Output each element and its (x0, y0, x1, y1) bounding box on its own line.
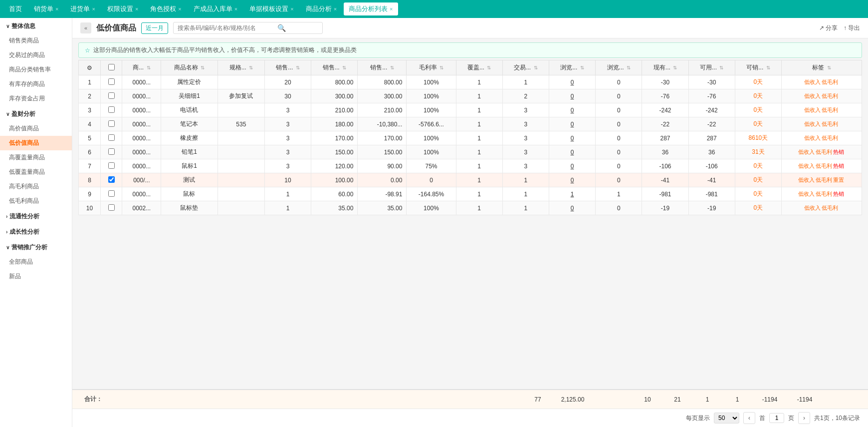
nav-item-角色授权[interactable]: 角色授权× (145, 2, 186, 15)
settings-icon[interactable]: ⚙ (87, 64, 92, 71)
sidebar-item-低毛利商品[interactable]: 低毛利商品 (0, 194, 72, 208)
row-browse1[interactable]: 0 (549, 117, 595, 131)
sidebar-item-有库存的商品[interactable]: 有库存的商品 (0, 77, 72, 91)
close-nav-icon[interactable]: × (390, 6, 393, 12)
col-header-sale_avg[interactable]: 销售... ⇅ (358, 60, 407, 75)
collapse-button[interactable]: « (80, 22, 91, 33)
col-header-spec[interactable]: 规格... ⇅ (217, 60, 264, 75)
row-browse1[interactable]: 0 (549, 103, 595, 117)
page-number-input[interactable] (769, 413, 784, 423)
row-checkbox[interactable] (100, 75, 122, 89)
nav-item-产成品入库单[interactable]: 产成品入库单× (189, 2, 242, 15)
search-input[interactable] (178, 24, 277, 31)
col-header-sellable[interactable]: 可销... ⇅ (735, 60, 781, 75)
sidebar-item-交易过的商品[interactable]: 交易过的商品 (0, 48, 72, 62)
select-all-checkbox[interactable] (108, 64, 115, 70)
nav-item-销货单[interactable]: 销货单× (29, 2, 63, 15)
row-checkbox[interactable] (100, 159, 122, 173)
close-nav-icon[interactable]: × (290, 6, 293, 12)
col-header-trade[interactable]: 交易... ⇅ (502, 60, 549, 75)
col-header-name[interactable]: 商品名称 ⇅ (161, 60, 218, 75)
col-header-checkbox[interactable] (100, 60, 122, 75)
col-header-current_stock[interactable]: 现有... ⇅ (642, 60, 688, 75)
row-browse1[interactable]: 0 (549, 201, 595, 215)
next-page-button[interactable]: › (798, 412, 810, 424)
row-checkbox[interactable] (100, 117, 122, 131)
sidebar-item-库存资金占用[interactable]: 库存资金占用 (0, 91, 72, 106)
nav-item-商品分析[interactable]: 商品分析× (301, 2, 342, 15)
sort-icon[interactable]: ⇅ (719, 65, 723, 70)
row-checkbox[interactable] (100, 131, 122, 145)
col-header-sale_qty[interactable]: 销售... ⇅ (264, 60, 311, 75)
sidebar-item-全部商品[interactable]: 全部商品 (0, 255, 72, 269)
sidebar-item-低覆盖量商品[interactable]: 低覆盖量商品 (0, 165, 72, 179)
row-browse1[interactable]: 0 (549, 131, 595, 145)
first-page-button[interactable]: ‹ (743, 412, 755, 424)
row-browse1[interactable]: 0 (549, 75, 595, 89)
col-header-coverage[interactable]: 覆盖... ⇅ (456, 60, 502, 75)
sort-icon[interactable]: ⇅ (390, 65, 394, 70)
sort-icon[interactable]: ⇅ (342, 65, 346, 70)
share-button[interactable]: ↗ 分享 (819, 24, 838, 32)
row-browse1[interactable]: 0 (549, 173, 595, 187)
sort-icon[interactable]: ⇅ (627, 65, 631, 70)
search-icon[interactable]: 🔍 (277, 24, 286, 32)
close-nav-icon[interactable]: × (178, 6, 181, 12)
nav-item-进货单[interactable]: 进货单× (65, 2, 100, 15)
sort-icon[interactable]: ⇅ (766, 65, 770, 70)
sidebar-item-低价值商品[interactable]: 低价值商品 (0, 136, 72, 150)
col-header-browse1[interactable]: 浏览... ⇅ (549, 60, 595, 75)
sort-icon[interactable]: ⇅ (439, 65, 443, 70)
sort-icon[interactable]: ⇅ (827, 65, 831, 70)
sort-icon[interactable]: ⇅ (673, 65, 677, 70)
col-header-browse2[interactable]: 浏览... ⇅ (596, 60, 642, 75)
sort-icon[interactable]: ⇅ (249, 65, 253, 70)
row-checkbox[interactable] (100, 187, 122, 201)
sidebar-item-高毛利商品[interactable]: 高毛利商品 (0, 179, 72, 194)
export-button[interactable]: ↑ 导出 (844, 24, 860, 32)
row-browse1[interactable]: 0 (549, 89, 595, 103)
sort-icon[interactable]: ⇅ (147, 65, 151, 70)
close-nav-icon[interactable]: × (334, 6, 337, 12)
nav-item-单据模板设置[interactable]: 单据模板设置× (244, 2, 298, 15)
row-checkbox[interactable] (100, 201, 122, 215)
nav-item-首页[interactable]: 首页 (4, 2, 27, 15)
col-header-margin[interactable]: 毛利率 ⇅ (407, 60, 456, 75)
sort-icon[interactable]: ⇅ (534, 65, 538, 70)
col-header-code[interactable]: 商... ⇅ (122, 60, 161, 75)
col-header-available[interactable]: 可用... ⇅ (688, 60, 735, 75)
sidebar-item-销售类商品[interactable]: 销售类商品 (0, 33, 72, 48)
close-nav-icon[interactable]: × (234, 6, 237, 12)
per-page-select[interactable]: 50 100 200 (714, 413, 739, 424)
row-browse1[interactable]: 1 (549, 187, 595, 201)
sort-icon[interactable]: ⇅ (580, 65, 584, 70)
sidebar-group-整体信息[interactable]: ∨整体信息 (0, 18, 72, 33)
close-nav-icon[interactable]: × (135, 6, 138, 12)
col-header-settings[interactable]: ⚙ (79, 60, 101, 75)
sort-icon[interactable]: ⇅ (296, 65, 300, 70)
row-checkbox[interactable] (100, 103, 122, 117)
row-checkbox[interactable] (100, 145, 122, 159)
nav-item-权限设置[interactable]: 权限设置× (102, 2, 143, 15)
sidebar-item-高价值商品[interactable]: 高价值商品 (0, 121, 72, 136)
sort-icon[interactable]: ⇅ (487, 65, 491, 70)
col-header-tags[interactable]: 标签 ⇅ (782, 60, 862, 75)
sidebar-item-新品[interactable]: 新品 (0, 269, 72, 284)
row-checkbox[interactable] (100, 173, 122, 187)
sidebar-item-高覆盖量商品[interactable]: 高覆盖量商品 (0, 150, 72, 165)
col-header-sale_amount[interactable]: 销售... ⇅ (311, 60, 358, 75)
sidebar-group-成长性分析[interactable]: ›成长性分析 (0, 224, 72, 239)
sidebar-group-流通性分析[interactable]: ›流通性分析 (0, 208, 72, 224)
sidebar-group-盈财分析[interactable]: ∨盈财分析 (0, 106, 72, 121)
sidebar-item-商品分类销售率[interactable]: 商品分类销售率 (0, 62, 72, 77)
close-nav-icon[interactable]: × (92, 6, 95, 12)
close-nav-icon[interactable]: × (55, 6, 58, 12)
sidebar-group-营销推广分析[interactable]: ∨营销推广分析 (0, 239, 72, 255)
row-checkbox[interactable] (100, 89, 122, 103)
nav-item-商品分析列表[interactable]: 商品分析列表× (344, 2, 398, 15)
row-sale-avg: 300.00 (358, 89, 407, 103)
date-filter-tag[interactable]: 近一月 (141, 22, 168, 34)
sort-icon[interactable]: ⇅ (201, 65, 205, 70)
row-browse1[interactable]: 0 (549, 159, 595, 173)
row-browse1[interactable]: 0 (549, 145, 595, 159)
